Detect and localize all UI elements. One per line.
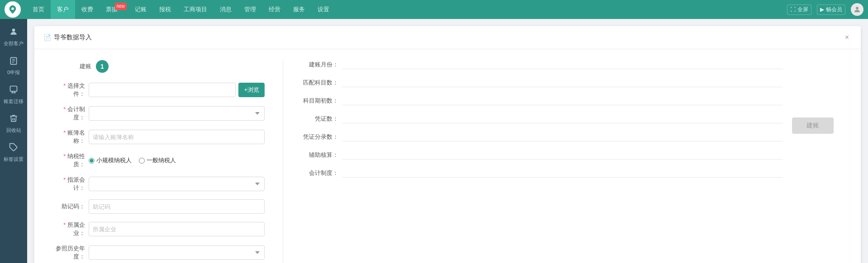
all-customers-icon	[9, 27, 18, 38]
svg-rect-7	[10, 86, 17, 92]
close-button[interactable]: ×	[842, 33, 852, 42]
nav-service[interactable]: 服务	[287, 0, 311, 19]
auxiliary-calc-value	[342, 150, 783, 160]
step-indicator: 建账 1	[80, 60, 109, 73]
auxiliary-calc-label: 辅助核算：	[301, 151, 342, 159]
match-subjects-label: 匹配科目数：	[301, 79, 342, 87]
ref-year-label: 参照历史年度：	[52, 244, 89, 261]
nav-home[interactable]: 首页	[26, 0, 51, 19]
sidebar-item-zero-report[interactable]: 0申报	[1, 52, 26, 80]
tags-icon	[9, 143, 18, 154]
tax-type-small-radio[interactable]: 小规模纳税人	[89, 156, 132, 164]
accountant-row: * 指派会计：	[52, 176, 265, 192]
migration-icon	[9, 85, 18, 96]
ledger-name-input[interactable]	[89, 130, 265, 144]
svg-point-0	[11, 7, 14, 10]
info-and-btn: 建账月份： 匹配科目数： 科目期初数：	[301, 60, 843, 187]
nav-settings[interactable]: 设置	[311, 0, 336, 19]
company-row: * 所属企业：	[52, 221, 265, 237]
memo-code-label: 助记码：	[52, 202, 89, 211]
nav-customer[interactable]: 客户	[51, 0, 75, 19]
dialog-card: 📄 导爷数据导入 × 建账 1 *	[34, 26, 861, 263]
svg-point-2	[12, 28, 15, 32]
voucher-count-row: 凭证数：	[301, 114, 783, 123]
ref-year-select[interactable]	[89, 245, 265, 260]
vip-button[interactable]: ▶ 畅会员	[817, 5, 845, 15]
nav-right-area: ⛶ 全屏 ▶ 畅会员	[787, 3, 863, 16]
tax-type-general-radio[interactable]: 一般纳税人	[139, 156, 176, 164]
file-field-row: * 选择文件： +浏览	[52, 82, 265, 98]
avatar[interactable]	[851, 3, 863, 16]
sidebar-item-tags[interactable]: 标签设置	[1, 139, 26, 166]
browse-button[interactable]: +浏览	[238, 83, 265, 97]
nav-menu: 首页 客户 收费 票据 new 记账 报税 工商项目 消息 管理 经营 服务 设…	[26, 0, 787, 19]
subject-opening-label: 科目期初数：	[301, 97, 342, 105]
sidebar-item-recycle[interactable]: 回收站	[1, 110, 26, 137]
build-month-row: 建账月份：	[301, 60, 783, 69]
memo-code-input[interactable]	[89, 199, 265, 214]
nav-bookkeeping[interactable]: 记账	[128, 0, 153, 19]
voucher-entries-label: 凭证分录数：	[301, 133, 342, 141]
accountant-select[interactable]	[89, 177, 265, 191]
accounting-system-row: * 会计制度：	[52, 105, 265, 122]
accountant-label: * 指派会计：	[52, 176, 89, 192]
match-subjects-value	[342, 78, 783, 87]
dialog-body: 建账 1 * 选择文件： +浏览	[34, 49, 861, 263]
nav-tax[interactable]: 报税	[153, 0, 177, 19]
step-circle: 1	[96, 60, 109, 73]
top-navigation: 首页 客户 收费 票据 new 记账 报税 工商项目 消息 管理 经营 服务 设…	[0, 0, 868, 19]
memo-code-row: 助记码：	[52, 199, 265, 214]
ledger-name-label: * 账簿名称：	[52, 129, 89, 145]
info-fields: 建账月份： 匹配科目数： 科目期初数：	[301, 60, 783, 187]
recycle-icon	[9, 114, 18, 125]
svg-point-1	[856, 7, 859, 9]
ledger-name-row: * 账簿名称：	[52, 129, 265, 145]
accounting-system-info-label: 会计制度：	[301, 169, 342, 177]
new-badge: new	[115, 3, 127, 10]
voucher-entries-value	[342, 132, 783, 141]
tax-type-group: 小规模纳税人 一般纳税人	[89, 156, 265, 164]
voucher-count-label: 凭证数：	[301, 115, 342, 123]
fullscreen-button[interactable]: ⛶ 全屏	[787, 5, 811, 15]
ref-year-row: 参照历史年度：	[52, 244, 265, 261]
sidebar-item-migration[interactable]: 账套迁移	[1, 81, 26, 108]
company-input[interactable]	[89, 222, 265, 236]
build-account-button[interactable]: 建账	[792, 117, 834, 134]
file-input[interactable]	[89, 83, 236, 97]
sidebar: 全部客户 0申报 账套迁移	[0, 19, 27, 263]
auxiliary-calc-row: 辅助核算：	[301, 150, 783, 160]
import-icon: 📄	[43, 34, 51, 41]
dialog-title: 📄 导爷数据导入	[43, 33, 92, 42]
accounting-system-info-row: 会计制度：	[301, 169, 783, 178]
accounting-system-info-value	[342, 169, 783, 178]
voucher-count-value	[342, 114, 783, 123]
match-subjects-row: 匹配科目数：	[301, 78, 783, 87]
voucher-entries-row: 凭证分录数：	[301, 132, 783, 141]
nav-message[interactable]: 消息	[213, 0, 238, 19]
vip-icon: ▶	[820, 6, 824, 13]
nav-operation[interactable]: 经营	[262, 0, 287, 19]
file-label: * 选择文件：	[52, 82, 89, 98]
info-panel: 建账月份： 匹配科目数： 科目期初数：	[283, 60, 861, 263]
sidebar-item-all-customers[interactable]: 全部客户	[1, 23, 26, 51]
nav-business[interactable]: 工商项目	[177, 0, 213, 19]
subject-opening-value	[342, 96, 783, 105]
nav-fee[interactable]: 收费	[75, 0, 100, 19]
file-input-group: +浏览	[89, 83, 265, 97]
main-content: 📄 导爷数据导入 × 建账 1 *	[27, 19, 868, 263]
dialog-header: 📄 导爷数据导入 ×	[34, 26, 861, 49]
accounting-system-label: * 会计制度：	[52, 105, 89, 122]
build-month-value	[342, 60, 783, 69]
form-panel: 建账 1 * 选择文件： +浏览	[34, 60, 283, 263]
build-month-label: 建账月份：	[301, 61, 342, 69]
tax-type-label: * 纳税性质：	[52, 152, 89, 169]
zero-report-icon	[9, 56, 18, 67]
accounting-system-select[interactable]	[89, 106, 265, 121]
form-rows: * 选择文件： +浏览 * 会计制度：	[52, 82, 265, 263]
subject-opening-row: 科目期初数：	[301, 96, 783, 105]
nav-invoice[interactable]: 票据 new	[100, 0, 128, 19]
fullscreen-icon: ⛶	[790, 6, 796, 13]
nav-manage[interactable]: 管理	[238, 0, 262, 19]
tax-type-row: * 纳税性质： 小规模纳税人 一般纳税人	[52, 152, 265, 169]
app-logo[interactable]	[5, 1, 21, 18]
